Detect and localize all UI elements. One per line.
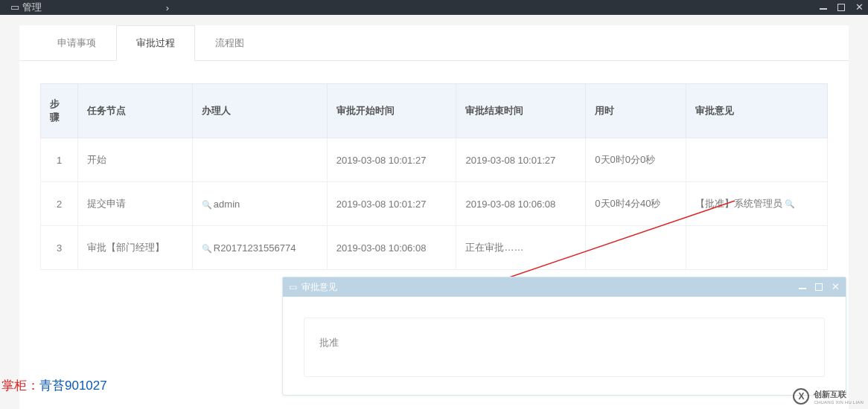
footer-handle: 青苔901027 — [39, 379, 107, 393]
sidebar-item[interactable]: ▭ 管理 › — [0, 0, 176, 15]
opinion-link[interactable]: 【批准】系统管理员 — [695, 198, 795, 209]
cell-handler — [192, 138, 327, 182]
cell-duration: 0天0时4分40秒 — [586, 182, 686, 226]
th-node: 任务节点 — [78, 84, 193, 138]
maximize-icon[interactable] — [837, 4, 845, 11]
cell-step: 3 — [41, 226, 78, 270]
watermark-sub: CHUANG XIN HU LIAN — [814, 400, 864, 405]
sidebar-item-label: 管理 — [22, 1, 42, 13]
watermark-brand: 创新互联 — [814, 389, 864, 400]
cell-opinion — [686, 226, 828, 270]
table-header-row: 步骤 任务节点 办理人 审批开始时间 审批结束时间 用时 审批意见 — [41, 84, 828, 138]
cell-duration — [586, 226, 686, 270]
dialog-icon: ▭ — [289, 282, 297, 292]
watermark-logo: X 创新互联 CHUANG XIN HU LIAN — [793, 388, 864, 405]
cell-node: 开始 — [78, 138, 193, 182]
dialog-title: 审批意见 — [301, 281, 337, 294]
table-row[interactable]: 1 开始 2019-03-08 10:01:27 2019-03-08 10:0… — [41, 138, 828, 182]
dialog-maximize-icon[interactable] — [815, 283, 823, 291]
cell-start: 2019-03-08 10:01:27 — [327, 182, 456, 226]
cell-node: 审批【部门经理】 — [78, 226, 193, 270]
tab-flowchart[interactable]: 流程图 — [195, 25, 264, 60]
th-start: 审批开始时间 — [327, 84, 456, 138]
opinion-content: 批准 — [304, 318, 825, 377]
footer-caption: 掌柜：青苔901027 — [1, 377, 107, 394]
chevron-right-icon: › — [166, 2, 169, 13]
watermark-badge-icon: X — [793, 388, 809, 405]
cell-handler[interactable]: R20171231556774 — [192, 226, 327, 270]
cell-end: 2019-03-08 10:01:27 — [456, 138, 586, 182]
cell-opinion[interactable]: 【批准】系统管理员 — [686, 182, 828, 226]
close-icon[interactable]: ✕ — [855, 4, 864, 11]
th-duration: 用时 — [586, 84, 686, 138]
cell-end: 正在审批…… — [456, 226, 586, 270]
minimize-icon[interactable] — [820, 8, 827, 10]
table-row[interactable]: 3 审批【部门经理】 R20171231556774 2019-03-08 10… — [41, 226, 828, 270]
th-opinion: 审批意见 — [686, 84, 828, 138]
approval-table: 步骤 任务节点 办理人 审批开始时间 审批结束时间 用时 审批意见 1 开始 2… — [40, 83, 828, 270]
dialog-minimize-icon[interactable] — [799, 288, 806, 289]
magnifier-icon[interactable] — [202, 242, 214, 254]
opinion-dialog-titlebar[interactable]: ▭ 审批意见 ✕ — [283, 277, 846, 297]
tabs: 申请事项 审批过程 流程图 — [19, 25, 849, 61]
magnifier-icon[interactable] — [202, 199, 214, 210]
table-row[interactable]: 2 提交申请 admin 2019-03-08 10:01:27 2019-03… — [41, 182, 828, 226]
footer-label: 掌柜： — [1, 379, 39, 393]
cell-node: 提交申请 — [78, 182, 193, 226]
tab-process[interactable]: 审批过程 — [116, 25, 195, 61]
cell-start: 2019-03-08 10:01:27 — [327, 138, 456, 182]
th-end: 审批结束时间 — [456, 84, 586, 138]
tab-apply[interactable]: 申请事项 — [37, 25, 116, 60]
cell-end: 2019-03-08 10:06:08 — [456, 182, 586, 226]
cell-handler[interactable]: admin — [192, 182, 327, 226]
cell-start: 2019-03-08 10:06:08 — [327, 226, 456, 270]
cell-step: 2 — [41, 182, 78, 226]
th-step: 步骤 — [41, 84, 78, 138]
cell-opinion — [686, 138, 828, 182]
cell-duration: 0天0时0分0秒 — [586, 138, 686, 182]
dialog-close-icon[interactable]: ✕ — [832, 283, 840, 291]
opinion-dialog: ▭ 审批意见 ✕ 批准 — [282, 277, 846, 396]
cell-step: 1 — [41, 138, 78, 182]
th-handler: 办理人 — [192, 84, 327, 138]
